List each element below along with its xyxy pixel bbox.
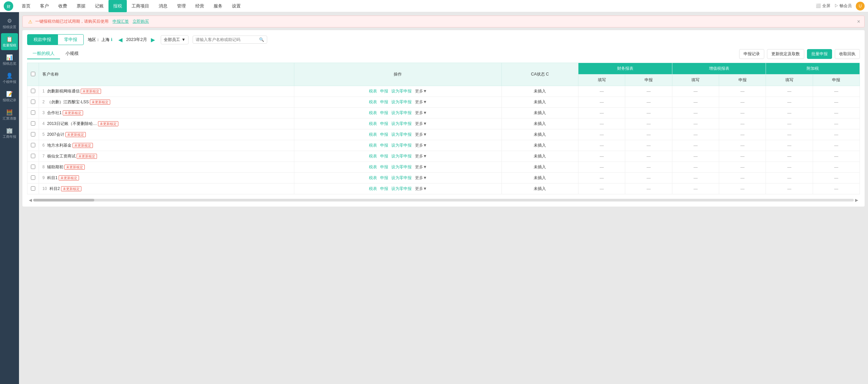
piliangshenbbao-btn[interactable]: 批量申报 (807, 49, 832, 59)
banner-close-btn[interactable]: × (857, 19, 860, 25)
op-shuibiao[interactable]: 税表 (369, 175, 377, 180)
op-more[interactable]: 更多▼ (415, 89, 427, 93)
op-shenbbao[interactable]: 申报 (380, 186, 388, 191)
op-shuibiao[interactable]: 税表 (369, 100, 377, 104)
op-more[interactable]: 更多▼ (415, 132, 427, 137)
search-icon[interactable]: 🔍 (259, 37, 264, 42)
op-set-zero[interactable]: 设为零申报 (391, 110, 412, 115)
row-checkbox-2[interactable] (31, 110, 35, 115)
type-tab-small[interactable]: 小规模 (60, 48, 84, 59)
op-set-zero[interactable]: 设为零申报 (391, 121, 412, 126)
nav-charge[interactable]: 收费 (54, 0, 72, 12)
row-checkbox-1[interactable] (31, 100, 35, 104)
op-shuibiao[interactable]: 税表 (369, 89, 377, 93)
row-checkbox-9[interactable] (31, 186, 35, 191)
op-set-zero[interactable]: 设为零申报 (391, 175, 412, 180)
nav-invoice[interactable]: 票据 (72, 0, 90, 12)
col-fin-apply: 申报 (625, 74, 672, 86)
op-shenbbao[interactable]: 申报 (380, 175, 388, 180)
fullscreen-btn[interactable]: ⬜ 全屏 (816, 3, 830, 9)
op-shenbbao[interactable]: 申报 (380, 132, 388, 137)
op-set-zero[interactable]: 设为零申报 (391, 165, 412, 169)
op-shuibiao[interactable]: 税表 (369, 132, 377, 137)
nav-manage[interactable]: 管理 (172, 0, 191, 12)
op-more[interactable]: 更多▼ (415, 186, 427, 191)
row-checkbox-5[interactable] (31, 143, 35, 147)
op-shenbbao[interactable]: 申报 (380, 154, 388, 158)
sidebar-item-piliangshuibao[interactable]: 📋 批量报税 (1, 33, 18, 50)
op-more[interactable]: 更多▼ (415, 165, 427, 169)
op-more[interactable]: 更多▼ (415, 110, 427, 115)
op-set-zero[interactable]: 设为零申报 (391, 186, 412, 191)
row-tax-apply: — (719, 129, 766, 140)
vip-btn[interactable]: ▷ 畅会员 (834, 3, 852, 9)
nav-customer[interactable]: 客户 (35, 0, 54, 12)
nav-settings[interactable]: 设置 (227, 0, 245, 12)
scroll-thumb[interactable] (33, 199, 94, 201)
nav-accounting[interactable]: 记账 (90, 0, 108, 12)
op-set-zero[interactable]: 设为零申报 (391, 100, 412, 104)
op-set-zero[interactable]: 设为零申报 (391, 89, 412, 93)
row-checkbox-7[interactable] (31, 165, 35, 169)
shenbaohui-link[interactable]: 申报汇签 (113, 19, 129, 24)
nav-tax[interactable]: 报税 (108, 0, 127, 12)
row-checkbox-6[interactable] (31, 154, 35, 158)
gengxintongbao-btn[interactable]: 更新统定及取数 (767, 49, 804, 59)
scroll-left-btn[interactable]: ◀ (28, 198, 33, 202)
op-shuibiao[interactable]: 税表 (369, 143, 377, 148)
op-shenbbao[interactable]: 申报 (380, 143, 388, 148)
next-month-btn[interactable]: ▶ (149, 36, 157, 43)
op-set-zero[interactable]: 设为零申报 (391, 143, 412, 148)
row-checkbox-0[interactable] (31, 89, 35, 93)
op-set-zero[interactable]: 设为零申报 (391, 154, 412, 158)
avatar[interactable]: U (856, 2, 865, 10)
op-shuibiao[interactable]: 税表 (369, 154, 377, 158)
nav-home[interactable]: 首页 (17, 0, 35, 12)
row-fin-write: — (578, 184, 625, 194)
tab-lingshenbbao[interactable]: 零申报 (58, 34, 84, 45)
nav-message[interactable]: 消息 (154, 0, 172, 12)
op-more[interactable]: 更多▼ (415, 143, 427, 148)
sidebar-item-baoshuizonglan[interactable]: 📊 报税总览 (1, 51, 18, 68)
search-input[interactable] (196, 37, 258, 42)
scroll-right-btn[interactable]: ▶ (854, 198, 859, 202)
op-more[interactable]: 更多▼ (415, 175, 427, 180)
prev-month-btn[interactable]: ◀ (117, 36, 124, 43)
op-set-zero[interactable]: 设为零申报 (391, 132, 412, 137)
row-fin-write: — (578, 140, 625, 151)
shouhuijiao-btn[interactable]: 收取回执 (835, 49, 860, 59)
op-shuibiao[interactable]: 税表 (369, 121, 377, 126)
type-tab-general[interactable]: 一般的税人 (27, 48, 60, 59)
nav-business[interactable]: 工商项目 (127, 0, 154, 12)
scroll-track[interactable] (33, 199, 854, 201)
op-more[interactable]: 更多▼ (415, 100, 427, 104)
op-shenbbao[interactable]: 申报 (380, 89, 388, 93)
tab-shuikuanshenbbao[interactable]: 税款申报 (27, 34, 58, 45)
op-shenbbao[interactable]: 申报 (380, 100, 388, 104)
op-shuibiao[interactable]: 税表 (369, 110, 377, 115)
sidebar-item-baoshuishezhi[interactable]: ⚙ 报税设置 (1, 15, 18, 32)
tab-area: 税款申报 零申报 地区： 上海 ℹ ◀ 2023年2月 ▶ 全部员工 ▼ (22, 30, 865, 207)
op-shuibiao[interactable]: 税表 (369, 165, 377, 169)
shenbaojilu-btn[interactable]: 申报记录 (739, 49, 764, 59)
nav-service[interactable]: 服务 (209, 0, 227, 12)
op-more[interactable]: 更多▼ (415, 121, 427, 126)
sidebar-item-jisuanqingshu[interactable]: 🧮 汇算清缴 (1, 106, 18, 123)
op-shenbbao[interactable]: 申报 (380, 121, 388, 126)
nav-operation[interactable]: 经营 (191, 0, 209, 12)
row-checkbox-8[interactable] (31, 175, 35, 180)
row-checkbox-3[interactable] (31, 121, 35, 126)
select-all-checkbox[interactable] (31, 72, 35, 76)
op-shuibiao[interactable]: 税表 (369, 186, 377, 191)
buy-link[interactable]: 立即购买 (133, 19, 149, 24)
sidebar-item-geshenbaoshu[interactable]: 👤 个税申报 (1, 70, 18, 87)
op-shenbbao[interactable]: 申报 (380, 165, 388, 169)
sidebar-item-gongshangnianbao[interactable]: 🏢 工商年报 (1, 125, 18, 142)
horizontal-scrollbar[interactable]: ◀ ▶ (27, 198, 860, 202)
op-shenbbao[interactable]: 申报 (380, 110, 388, 115)
op-more[interactable]: 更多▼ (415, 154, 427, 158)
info-icon[interactable]: ℹ (111, 37, 113, 42)
sidebar-item-baoshujilu[interactable]: 📝 报税记录 (1, 88, 18, 105)
dept-select[interactable]: 全部员工 ▼ (161, 35, 189, 44)
row-checkbox-4[interactable] (31, 132, 35, 136)
